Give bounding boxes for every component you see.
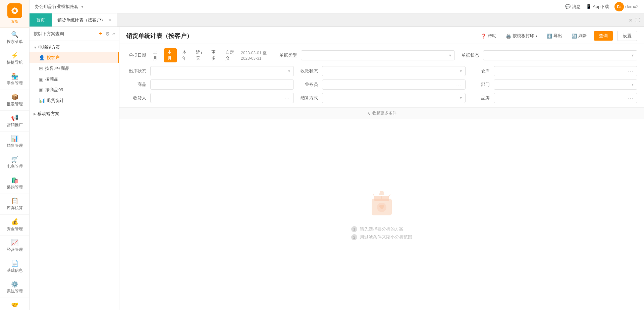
export-btn[interactable]: ⬇️ 导出 xyxy=(544,32,565,40)
user-avatar: Ea xyxy=(614,2,624,11)
date-tab-this-year-label: 本年 xyxy=(182,50,186,61)
right-panel: 销货单统计表（按客户） ❓ 帮助 🖨️ 按模板打印 ▾ ⬇️ 导出 xyxy=(119,27,644,310)
template-print-btn[interactable]: 🖨️ 按模板打印 ▾ xyxy=(503,32,540,40)
receiver-dots-icon[interactable]: ··· xyxy=(284,96,290,101)
tab-bar-close-icon[interactable]: ✕ xyxy=(629,17,633,23)
query-label: 查询 xyxy=(599,33,608,38)
hint-num-2: 2 xyxy=(351,234,357,240)
brand-control[interactable]: ··· xyxy=(494,93,637,103)
goods-dots-icon[interactable]: ··· xyxy=(284,82,290,87)
help-btn[interactable]: ❓ 帮助 xyxy=(478,32,499,40)
dropdown-arrow-icon[interactable]: ▾ xyxy=(81,4,84,9)
user-profile-btn[interactable]: Ea demo2 xyxy=(614,2,639,11)
app-download-btn[interactable]: 📱 App下载 xyxy=(586,4,609,10)
warehouse-control[interactable]: ··· xyxy=(494,66,637,76)
warehouse-dots-icon[interactable]: ··· xyxy=(628,69,634,74)
tree-item-by-customer-goods[interactable]: ⊞ 按客户+商品 xyxy=(30,63,119,74)
sidebar-item-sales[interactable]: 📊 销售管理 xyxy=(0,132,29,152)
finance-icon: 💰 xyxy=(11,218,18,225)
refresh-btn[interactable]: 🔄 刷新 xyxy=(569,32,590,40)
doc-status-dropdown-icon: ▾ xyxy=(632,53,634,58)
refresh-icon: 🔄 xyxy=(572,34,577,39)
settings-plan-icon[interactable]: ⚙ xyxy=(105,31,110,37)
salesperson-dots-icon[interactable]: ··· xyxy=(456,82,462,87)
tree-group-label-desktop: 电脑端方案 xyxy=(38,44,60,50)
tree-item-by-goods[interactable]: ▣ 按商品 xyxy=(30,74,119,85)
doc-status-control[interactable]: ▾ xyxy=(483,50,637,60)
out-status-control[interactable]: ▾ xyxy=(150,66,294,76)
by-customer-icon: 👤 xyxy=(39,55,45,60)
department-inner: ▾ xyxy=(497,82,634,87)
message-icon: 💬 xyxy=(565,4,571,9)
sidebar-item-search-menu[interactable]: 🔍 搜索菜单 xyxy=(0,28,29,48)
sidebar-item-purchase[interactable]: 🛍️ 采购管理 xyxy=(0,173,29,194)
doc-type-control[interactable]: ▾ xyxy=(301,50,455,60)
sidebar-item-ecom[interactable]: 🛒 电商管理 xyxy=(0,152,29,173)
sidebar-item-retail[interactable]: 🏪 零售管理 xyxy=(0,69,29,90)
brand-inner: ··· xyxy=(497,96,634,101)
date-tab-prev-month[interactable]: 上月 xyxy=(150,48,161,63)
sidebar-item-label: 电商管理 xyxy=(7,164,23,169)
tab-bar-expand-icon[interactable]: ⛶ xyxy=(635,17,640,23)
tree-item-by-customer[interactable]: 👤 按客户 xyxy=(30,52,119,63)
tab-sales-stat[interactable]: 销货单统计表（按客户） ✕ xyxy=(52,13,117,27)
header-left: 办公用品行业模拟账套 ▾ xyxy=(35,4,84,10)
date-tab-this-month[interactable]: 本月 xyxy=(164,48,176,62)
brand-dots-icon[interactable]: ··· xyxy=(628,96,634,101)
tree-group-header-mobile[interactable]: ▶ 移动端方案 xyxy=(30,109,119,119)
empty-hint-1: 1 请先选择要分析的方案 xyxy=(351,226,412,232)
template-arrow-icon: ▾ xyxy=(536,34,537,38)
settlement-control[interactable]: ▾ xyxy=(322,93,466,103)
add-plan-icon[interactable]: + xyxy=(99,30,103,37)
refresh-label: 刷新 xyxy=(578,33,587,39)
date-tab-this-year[interactable]: 本年 xyxy=(179,48,191,63)
tab-home[interactable]: 首页 xyxy=(30,13,52,27)
department-control[interactable]: ▾ xyxy=(494,80,637,90)
date-tab-custom[interactable]: 自定义 xyxy=(223,48,237,63)
sidebar-item-label: 零售管理 xyxy=(7,81,23,86)
page-title: 销货单统计表（按客户） xyxy=(126,32,193,40)
receiver-control[interactable]: ··· xyxy=(150,93,294,103)
settings-label: 设置 xyxy=(623,33,632,38)
settings-btn[interactable]: 设置 xyxy=(617,31,637,41)
goods-control[interactable]: ··· xyxy=(150,80,294,90)
content-area: 按以下方案查询 + ⚙ « ▼ 电脑端方案 👤 按客户 ⊞ 按 xyxy=(30,27,644,310)
sidebar-item-finance[interactable]: 💰 资金管理 xyxy=(0,215,29,236)
sidebar-item-ops[interactable]: 📈 经营管理 xyxy=(0,236,29,256)
sidebar-item-basic[interactable]: 📄 基础信息 xyxy=(0,256,29,277)
sidebar-item-label: 基础信息 xyxy=(7,268,23,273)
date-label: 单据日期 xyxy=(126,52,146,58)
message-btn[interactable]: 💬 消息 xyxy=(565,4,581,10)
tree-group-header-desktop[interactable]: ▼ 电脑端方案 xyxy=(30,42,119,52)
out-status-inner: ▾ xyxy=(154,69,290,73)
tree-collapsed-arrow-icon: ▶ xyxy=(34,112,36,116)
tab-close-icon[interactable]: ✕ xyxy=(108,18,111,22)
tree-item-return-stats[interactable]: 📊 退货统计 xyxy=(30,95,119,106)
marketing-icon: 📢 xyxy=(11,114,18,121)
sidebar-item-label: 系统管理 xyxy=(7,289,23,294)
return-stats-icon: 📊 xyxy=(39,98,45,103)
sidebar-item-collab[interactable]: 🤝 企业协同 xyxy=(0,298,29,310)
sys-icon: ⚙️ xyxy=(11,280,18,288)
sidebar-item-inventory[interactable]: 📋 库存核算 xyxy=(0,194,29,215)
query-btn[interactable]: 查询 xyxy=(594,31,613,41)
tree-item-label-return-stats: 退货统计 xyxy=(47,98,64,104)
tree-item-by-goods-99[interactable]: ▣ 按商品99 xyxy=(30,85,119,95)
tab-bar-actions: ✕ ⛶ xyxy=(629,17,644,23)
collapse-panel-icon[interactable]: « xyxy=(112,31,115,37)
sidebar-item-sys[interactable]: ⚙️ 系统管理 xyxy=(0,277,29,298)
date-tab-more[interactable]: 更多 xyxy=(209,48,220,63)
sidebar-item-wholesale[interactable]: 📦 批发管理 xyxy=(0,90,29,111)
export-icon: ⬇️ xyxy=(547,34,552,39)
left-panel: 按以下方案查询 + ⚙ « ▼ 电脑端方案 👤 按客户 ⊞ 按 xyxy=(30,27,119,310)
goods-label: 商品 xyxy=(126,82,146,88)
sidebar-item-marketing[interactable]: 📢 营销推广 xyxy=(0,111,29,132)
salesperson-control[interactable]: ··· xyxy=(322,80,466,90)
collect-status-control[interactable]: ▾ xyxy=(322,66,466,76)
tree-group-label-mobile: 移动端方案 xyxy=(38,111,59,117)
filter-area: 单据日期 上月 本月 本年 xyxy=(119,44,644,107)
warehouse-inner: ··· xyxy=(497,69,634,74)
sidebar-item-quick-nav[interactable]: ⚡ 快捷导航 xyxy=(0,48,29,69)
date-tab-last7[interactable]: 近7天 xyxy=(193,48,206,63)
collapse-bar[interactable]: ∧ 收起更多条件 xyxy=(119,107,644,119)
